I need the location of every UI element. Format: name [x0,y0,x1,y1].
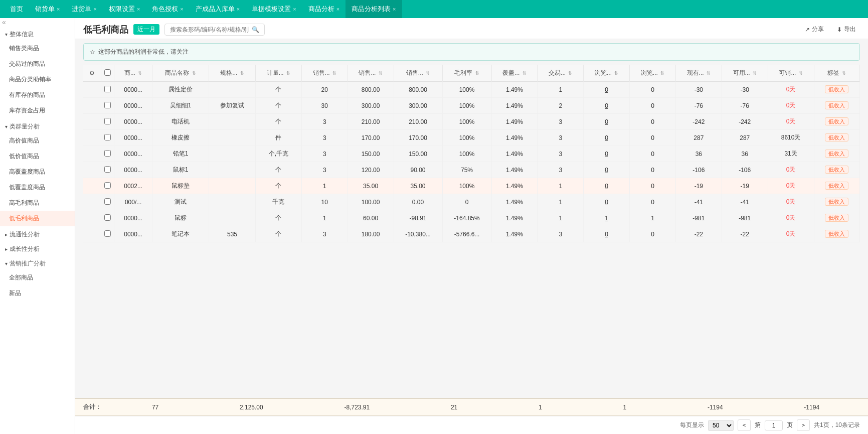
row-settings-cell [83,210,101,226]
nav-close-icon[interactable]: × [237,0,240,18]
row-spec [209,130,256,146]
col-current-stock[interactable]: 现有... ⇅ [675,65,722,82]
per-page-select[interactable]: 50 100 200 [708,420,734,431]
settings-icon[interactable]: ⚙ [89,70,95,77]
row-browse1[interactable]: 0 [584,114,630,130]
col-available[interactable]: 可用... ⇅ [722,65,768,82]
select-all-checkbox[interactable] [104,69,111,76]
sidebar-item-in-stock-goods[interactable]: 有库存的商品 [0,87,75,103]
nav-close-icon[interactable]: × [180,0,183,18]
nav-close-icon[interactable]: × [137,0,140,18]
nav-sales-order[interactable]: 销货单 × [29,0,66,18]
sidebar-group-flow[interactable]: ▸ 流通性分析 [0,226,75,241]
row-browse1[interactable]: 1 [584,210,630,226]
nav-purchase-order[interactable]: 进货单 × [66,0,102,18]
sidebar-item-category-rate[interactable]: 商品分类助销率 [0,72,75,87]
row-gross-margin: 100% [442,98,491,114]
nav-permission-settings[interactable]: 权限设置 × [103,0,146,18]
sidebar-item-low-margin[interactable]: 低毛利商品 [0,211,75,226]
sidebar-item-low-coverage[interactable]: 低覆盖度商品 [0,180,75,195]
row-checkbox[interactable] [104,166,111,173]
col-saleable[interactable]: 可销... ⇅ [768,65,814,82]
col-transaction[interactable]: 交易... ⇅ [538,65,584,82]
sidebar-item-sales-goods[interactable]: 销售类商品 [0,41,75,56]
browse1-link[interactable]: 0 [605,134,608,141]
sidebar-item-traded-goods[interactable]: 交易过的商品 [0,56,75,72]
row-browse1[interactable]: 0 [584,194,630,210]
date-filter-badge[interactable]: 近一月 [133,24,159,35]
browse1-link[interactable]: 0 [605,231,608,238]
row-browse1[interactable]: 0 [584,162,630,178]
row-checkbox[interactable] [104,214,111,221]
row-browse1[interactable]: 0 [584,178,630,194]
row-checkbox[interactable] [104,86,111,92]
col-spec[interactable]: 规格... ⇅ [209,65,256,82]
row-browse1[interactable]: 0 [584,146,630,162]
browse1-link[interactable]: 0 [605,199,608,206]
nav-product-analysis[interactable]: 商品分析 × [302,0,345,18]
browse1-link[interactable]: 0 [605,102,608,109]
col-settings[interactable]: ⚙ [83,65,101,82]
search-icon[interactable]: 🔍 [252,26,259,33]
sidebar-item-high-value[interactable]: 高价值商品 [0,133,75,149]
col-sales-qty[interactable]: 销售... ⇅ [301,65,348,82]
row-name: 橡皮擦 [152,130,209,146]
col-browse1[interactable]: 浏览... ⇅ [584,65,630,82]
col-tag[interactable]: 标签 ⇅ [814,65,859,82]
nav-home[interactable]: 首页 [4,0,29,18]
sidebar-item-new-goods[interactable]: 新品 [0,285,75,301]
sidebar-group-cluster[interactable]: ▾ 类群量分析 [0,118,75,133]
sidebar-item-stock-capital[interactable]: 库存资金占用 [0,103,75,118]
nav-close-icon[interactable]: × [393,0,396,18]
tag-badge: 低收入 [825,101,848,109]
sidebar-item-high-coverage[interactable]: 高覆盖度商品 [0,164,75,180]
row-browse1[interactable]: 0 [584,130,630,146]
row-checkbox[interactable] [104,102,111,108]
sidebar-group-marketing[interactable]: ▾ 营销推广分析 [0,255,75,270]
row-checkbox[interactable] [104,198,111,205]
sidebar-group-overall[interactable]: ▾ 整体信息 [0,26,75,41]
browse1-link[interactable]: 0 [605,167,608,174]
sidebar-item-low-value[interactable]: 低价值商品 [0,149,75,164]
row-browse1[interactable]: 0 [584,98,630,114]
search-input[interactable] [170,26,249,33]
browse1-link[interactable]: 0 [605,118,608,125]
export-button[interactable]: ⬇ 导出 [833,23,860,36]
sidebar-collapse-btn[interactable]: « [0,18,75,26]
row-browse1[interactable]: 0 [584,82,630,98]
nav-product-inbound[interactable]: 产成品入库单 × [190,0,246,18]
col-browse2[interactable]: 浏览... ⇅ [630,65,676,82]
col-unit[interactable]: 计量... ⇅ [255,65,301,82]
row-checkbox[interactable] [104,150,111,157]
browse1-link[interactable]: 0 [605,183,608,190]
sidebar-item-high-margin[interactable]: 高毛利商品 [0,195,75,211]
prev-page-btn[interactable]: ＜ [738,419,751,431]
browse1-link[interactable]: 0 [605,151,608,158]
page-number-input[interactable] [765,420,783,430]
browse1-link[interactable]: 0 [605,86,608,93]
nav-close-icon[interactable]: × [293,0,296,18]
sidebar-group-growth[interactable]: ▸ 成长性分析 [0,241,75,255]
row-checkbox[interactable] [104,182,111,189]
col-sales-price[interactable]: 销售... ⇅ [348,65,394,82]
nav-close-icon[interactable]: × [336,0,339,18]
row-checkbox[interactable] [104,230,111,237]
nav-template-settings[interactable]: 单据模板设置 × [246,0,302,18]
row-checkbox[interactable] [104,134,111,140]
browse1-link[interactable]: 1 [605,215,608,222]
sidebar-item-all-goods[interactable]: 全部商品 [0,270,75,285]
row-saleable: 0天 [768,226,814,242]
nav-close-icon[interactable]: × [57,0,60,18]
col-code[interactable]: 商... ⇅ [114,65,152,82]
share-button[interactable]: ↗ 分享 [801,23,828,36]
col-coverage[interactable]: 覆盖... ⇅ [491,65,538,82]
nav-role-auth[interactable]: 角色授权 × [146,0,189,18]
nav-product-analysis-list[interactable]: 商品分析列表 × [345,0,402,18]
col-sales-amount[interactable]: 销售... ⇅ [394,65,442,82]
row-browse1[interactable]: 0 [584,226,630,242]
next-page-btn[interactable]: ＞ [797,419,810,431]
nav-close-icon[interactable]: × [93,0,96,18]
row-checkbox[interactable] [104,118,111,124]
col-name[interactable]: 商品名称 ⇅ [152,65,209,82]
col-gross-margin[interactable]: 毛利率 ⇅ [442,65,491,82]
